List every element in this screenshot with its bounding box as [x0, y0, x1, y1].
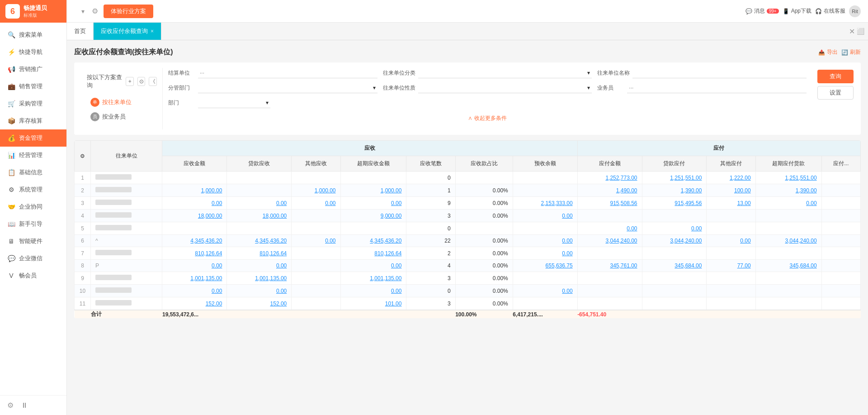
table-cell[interactable]: [577, 247, 642, 260]
fenguan-select[interactable]: ▾: [198, 83, 377, 93]
table-cell[interactable]: [227, 184, 292, 197]
cell-link[interactable]: 0.00: [562, 288, 572, 294]
wanglai-nature-select[interactable]: ▾: [418, 83, 592, 93]
table-cell[interactable]: [707, 297, 755, 310]
wanglai-type-select[interactable]: ▾: [418, 68, 592, 78]
table-cell[interactable]: 655,636.75: [513, 260, 577, 272]
cell-link[interactable]: 0.00: [562, 213, 572, 219]
table-cell[interactable]: 1,222.00: [707, 172, 755, 184]
table-cell[interactable]: [755, 297, 821, 310]
cell-link[interactable]: 0.00: [562, 250, 572, 257]
table-cell[interactable]: 345,761.00: [577, 260, 642, 272]
cell-link[interactable]: 1,490.00: [616, 187, 637, 194]
table-cell[interactable]: [513, 272, 577, 285]
table-cell[interactable]: 18,000.00: [162, 210, 227, 222]
table-cell[interactable]: [513, 172, 577, 184]
table-cell[interactable]: 4,345,436.20: [340, 235, 406, 247]
table-cell[interactable]: 0.00: [162, 260, 227, 272]
table-cell[interactable]: 9,000.00: [340, 210, 406, 222]
table-cell[interactable]: [292, 210, 340, 222]
table-cell[interactable]: 0.00: [340, 285, 406, 297]
cell-link[interactable]: 915,508.56: [610, 200, 637, 206]
sidebar-item-经营管理[interactable]: 📊经营管理: [0, 147, 66, 164]
table-wrapper[interactable]: ⚙ 往来单位 应收 应付 应收金额 贷款应收 其他应收 超期应收金额 应收笔数 …: [74, 140, 861, 318]
table-cell[interactable]: [340, 172, 406, 184]
table-cell[interactable]: [707, 272, 755, 285]
table-cell[interactable]: [755, 247, 821, 260]
table-cell[interactable]: [642, 285, 707, 297]
cell-link[interactable]: 4,345,436.20: [370, 238, 401, 244]
table-cell[interactable]: 1,251,551.00: [755, 172, 821, 184]
table-cell[interactable]: [227, 222, 292, 235]
table-cell[interactable]: 100.00: [707, 184, 755, 197]
table-cell[interactable]: 0.00: [513, 235, 577, 247]
table-cell[interactable]: 0.00: [227, 197, 292, 210]
message-btn[interactable]: 💬 消息 99+: [745, 7, 779, 15]
sidebar-item-销售管理[interactable]: 💼销售管理: [0, 78, 66, 95]
filter-add-btn[interactable]: +: [126, 77, 134, 86]
cell-link[interactable]: 915,495.56: [675, 200, 702, 206]
table-cell[interactable]: [162, 172, 227, 184]
table-cell[interactable]: 0.00: [340, 197, 406, 210]
sidebar-item-营销推广[interactable]: 📢营销推广: [0, 61, 66, 78]
table-cell[interactable]: 152.00: [162, 297, 227, 310]
jiesuan-input[interactable]: [198, 68, 377, 78]
table-cell[interactable]: 13.00: [707, 197, 755, 210]
table-cell[interactable]: 0.00: [227, 260, 292, 272]
cell-link[interactable]: 0.00: [325, 238, 335, 244]
filter-option-salesman[interactable]: 员 按业务员: [87, 110, 157, 124]
collapse-conditions-btn[interactable]: ∧ 收起更多条件: [168, 113, 807, 124]
table-cell[interactable]: 2,153,333.00: [513, 197, 577, 210]
table-cell[interactable]: [642, 210, 707, 222]
cell-link[interactable]: 1,390.00: [681, 187, 702, 194]
sidebar-item-资金管理[interactable]: 💰资金管理: [0, 129, 66, 147]
tab-maximize-icon[interactable]: ⬜: [857, 28, 864, 35]
table-cell[interactable]: [642, 297, 707, 310]
cell-link[interactable]: 0.00: [806, 200, 816, 206]
sidebar-item-基础信息[interactable]: 📋基础信息: [0, 164, 66, 181]
cell-link[interactable]: 345,761.00: [610, 262, 637, 269]
cell-link[interactable]: 18,000.00: [263, 213, 287, 219]
cell-link[interactable]: 0.00: [391, 288, 401, 294]
table-cell[interactable]: [577, 272, 642, 285]
table-cell[interactable]: 0.00: [513, 210, 577, 222]
cell-link[interactable]: 4,345,436.20: [190, 238, 222, 244]
table-cell[interactable]: 0.00: [513, 247, 577, 260]
table-cell[interactable]: 0.00: [513, 285, 577, 297]
cell-link[interactable]: 1,001,135.00: [370, 275, 401, 281]
sidebar-item-采购管理[interactable]: 🛒采购管理: [0, 95, 66, 112]
table-cell[interactable]: 0.00: [292, 235, 340, 247]
cell-link[interactable]: 101.00: [385, 301, 402, 307]
table-cell[interactable]: [292, 297, 340, 310]
cell-link[interactable]: 1,001,135.00: [190, 275, 222, 281]
table-cell[interactable]: [755, 222, 821, 235]
table-cell[interactable]: [513, 184, 577, 197]
filter-collapse-btn[interactable]: 《: [149, 77, 157, 86]
table-cell[interactable]: 0.00: [162, 285, 227, 297]
table-cell[interactable]: [162, 222, 227, 235]
table-cell[interactable]: 1,390.00: [755, 184, 821, 197]
refresh-btn[interactable]: 🔄 刷新: [841, 48, 861, 56]
sidebar-item-企业协同[interactable]: 🤝企业协同: [0, 198, 66, 215]
table-cell[interactable]: 152.00: [227, 297, 292, 310]
table-cell[interactable]: [755, 210, 821, 222]
wanglai-name-input[interactable]: [632, 68, 807, 78]
cell-link[interactable]: 0.00: [391, 200, 401, 206]
cell-link[interactable]: 1,222.00: [730, 175, 751, 181]
cell-link[interactable]: 1,390.00: [796, 187, 817, 194]
table-cell[interactable]: [292, 222, 340, 235]
cell-link[interactable]: 3,044,240.00: [605, 238, 637, 244]
table-cell[interactable]: 1,252,773.00: [577, 172, 642, 184]
table-cell[interactable]: [642, 247, 707, 260]
table-cell[interactable]: 0.00: [340, 260, 406, 272]
cell-link[interactable]: 3,044,240.00: [785, 238, 816, 244]
cell-link[interactable]: 1,251,551.00: [785, 175, 816, 181]
cell-link[interactable]: 1,000.00: [381, 187, 402, 194]
cell-link[interactable]: 655,636.75: [546, 262, 573, 269]
table-cell[interactable]: 1,000.00: [340, 184, 406, 197]
tab-ar-query[interactable]: 应收应付余额查询 ×: [94, 23, 161, 40]
cell-link[interactable]: 345,684.00: [675, 262, 702, 269]
online-service-btn[interactable]: 🎧 在线客服: [815, 7, 845, 15]
cell-link[interactable]: 0.00: [212, 262, 222, 269]
table-cell[interactable]: [577, 297, 642, 310]
